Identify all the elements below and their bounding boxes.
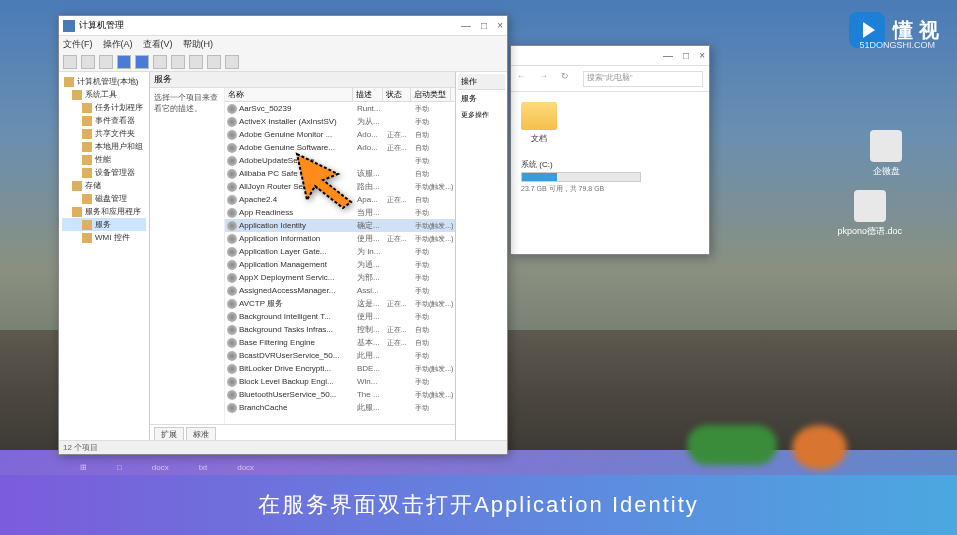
- service-row[interactable]: AarSvc_50239 Runt... 手动: [225, 102, 455, 115]
- tree-performance[interactable]: 性能: [62, 153, 146, 166]
- maximize-button[interactable]: □: [683, 50, 689, 61]
- gear-icon: [227, 312, 237, 322]
- menu-file[interactable]: 文件(F): [63, 38, 93, 51]
- tb-export[interactable]: [135, 55, 149, 69]
- gear-icon: [227, 325, 237, 335]
- gear-icon: [227, 169, 237, 179]
- computer-management-window: 计算机管理 — □ × 文件(F) 操作(A) 查看(V) 帮助(H) 计算机管…: [58, 15, 508, 455]
- service-row[interactable]: Application Management 为通... 手动: [225, 258, 455, 271]
- tb-up[interactable]: [99, 55, 113, 69]
- brand-url: 51DONGSHI.COM: [859, 40, 935, 50]
- service-row[interactable]: Background Tasks Infras... 控制... 正在... 自…: [225, 323, 455, 336]
- maximize-button[interactable]: □: [481, 20, 487, 31]
- desktop-icon-cloud[interactable]: 企微盘: [870, 130, 902, 178]
- taskbar-item[interactable]: □: [117, 463, 122, 472]
- tb-play[interactable]: [171, 55, 185, 69]
- tb-help[interactable]: [153, 55, 167, 69]
- tb-forward[interactable]: [81, 55, 95, 69]
- service-row[interactable]: BitLocker Drive Encrypti... BDE... 手动(触发…: [225, 362, 455, 375]
- mmc-titlebar[interactable]: 计算机管理 — □ ×: [59, 16, 507, 36]
- taskbar-item[interactable]: docx: [237, 463, 254, 472]
- desktop-icon-doc[interactable]: pkpono德语.doc: [837, 190, 902, 238]
- back-button[interactable]: ←: [517, 71, 533, 87]
- minimize-button[interactable]: —: [663, 50, 673, 61]
- actions-more[interactable]: 更多操作: [458, 107, 505, 123]
- close-button[interactable]: ×: [497, 20, 503, 31]
- column-headers[interactable]: 名称 描述 状态 启动类型: [225, 88, 455, 102]
- service-row[interactable]: Application Information 使用... 正在... 手动(触…: [225, 232, 455, 245]
- tree-local-users[interactable]: 本地用户和组: [62, 140, 146, 153]
- taskbar-item[interactable]: ⊞: [80, 463, 87, 472]
- tree-shared-folders[interactable]: 共享文件夹: [62, 127, 146, 140]
- gear-icon: [227, 104, 237, 114]
- tree-device-manager[interactable]: 设备管理器: [62, 166, 146, 179]
- gear-icon: [227, 130, 237, 140]
- tree-storage[interactable]: 存储: [62, 179, 146, 192]
- gear-icon: [227, 195, 237, 205]
- tree-root[interactable]: 计算机管理(本地): [62, 75, 146, 88]
- menu-action[interactable]: 操作(A): [103, 38, 133, 51]
- gear-icon: [227, 117, 237, 127]
- tutorial-arrow-icon: [293, 150, 368, 216]
- tree-wmi[interactable]: WMI 控件: [62, 231, 146, 244]
- tree-services[interactable]: 服务: [62, 218, 146, 231]
- menu-view[interactable]: 查看(V): [143, 38, 173, 51]
- search-input[interactable]: 搜索"此电脑": [583, 71, 703, 87]
- taskbar-item[interactable]: docx: [152, 463, 169, 472]
- tree-task-scheduler[interactable]: 任务计划程序: [62, 101, 146, 114]
- tb-pause[interactable]: [207, 55, 221, 69]
- tb-refresh[interactable]: [117, 55, 131, 69]
- minimize-button[interactable]: —: [461, 20, 471, 31]
- gear-icon: [227, 364, 237, 374]
- service-row[interactable]: BcastDVRUserService_50... 此用... 手动: [225, 349, 455, 362]
- explorer-titlebar[interactable]: — □ ×: [511, 46, 709, 66]
- service-detail-hint: 选择一个项目来查看它的描述。: [150, 88, 225, 424]
- tree-pane: 计算机管理(本地) 系统工具 任务计划程序 事件查看器 共享文件夹 本地用户和组…: [59, 72, 150, 440]
- gear-icon: [227, 247, 237, 257]
- drive-usage-bar: [521, 172, 641, 182]
- service-row[interactable]: BranchCache 此服... 手动: [225, 401, 455, 414]
- service-row[interactable]: Application Identity 确定... 手动(触发...): [225, 219, 455, 232]
- gear-icon: [227, 338, 237, 348]
- service-row[interactable]: Background Intelligent T... 使用... 手动: [225, 310, 455, 323]
- actions-svc[interactable]: 服务: [458, 90, 505, 107]
- folder-documents[interactable]: 文档: [521, 102, 557, 144]
- tree-services-apps[interactable]: 服务和应用程序: [62, 205, 146, 218]
- service-row[interactable]: Base Filtering Engine 基本... 正在... 自动: [225, 336, 455, 349]
- gear-icon: [227, 390, 237, 400]
- tree-disk-mgmt[interactable]: 磁盘管理: [62, 192, 146, 205]
- service-row[interactable]: ActiveX Installer (AxInstSV) 为从... 手动: [225, 115, 455, 128]
- tb-back[interactable]: [63, 55, 77, 69]
- forward-button[interactable]: →: [539, 71, 555, 87]
- subtitle-text: 在服务界面双击打开Application Identity: [258, 490, 699, 520]
- mmc-icon: [63, 20, 75, 32]
- service-row[interactable]: BluetoothUserService_50... The ... 手动(触发…: [225, 388, 455, 401]
- service-row[interactable]: AssignedAccessManager... Assi... 手动: [225, 284, 455, 297]
- refresh-icon[interactable]: ↻: [561, 71, 577, 87]
- taskbar-item[interactable]: txt: [199, 463, 207, 472]
- toolbar: [59, 52, 507, 72]
- gear-icon: [227, 299, 237, 309]
- subtitle-bar: 在服务界面双击打开Application Identity: [0, 475, 957, 535]
- service-row[interactable]: AppX Deployment Servic... 为部... 手动: [225, 271, 455, 284]
- tab-extended[interactable]: 扩展: [154, 427, 184, 440]
- actions-pane: 操作 服务 更多操作: [455, 72, 507, 440]
- service-row[interactable]: Application Layer Gate... 为 In... 手动: [225, 245, 455, 258]
- tb-restart[interactable]: [225, 55, 239, 69]
- service-row[interactable]: Block Level Backup Engi... Win... 手动: [225, 375, 455, 388]
- gear-icon: [227, 156, 237, 166]
- gear-icon: [227, 351, 237, 361]
- tree-event-viewer[interactable]: 事件查看器: [62, 114, 146, 127]
- gear-icon: [227, 234, 237, 244]
- gear-icon: [227, 143, 237, 153]
- service-row[interactable]: Adobe Genuine Monitor ... Ado... 正在... 自…: [225, 128, 455, 141]
- tab-standard[interactable]: 标准: [186, 427, 216, 440]
- drive-c[interactable]: 系统 (C:) 23.7 GB 可用，共 79.8 GB: [521, 159, 699, 194]
- menu-help[interactable]: 帮助(H): [183, 38, 214, 51]
- menubar: 文件(F) 操作(A) 查看(V) 帮助(H): [59, 36, 507, 52]
- service-row[interactable]: AVCTP 服务 这是... 正在... 手动(触发...): [225, 297, 455, 310]
- gear-icon: [227, 182, 237, 192]
- tb-stop[interactable]: [189, 55, 203, 69]
- close-button[interactable]: ×: [699, 50, 705, 61]
- tree-system-tools[interactable]: 系统工具: [62, 88, 146, 101]
